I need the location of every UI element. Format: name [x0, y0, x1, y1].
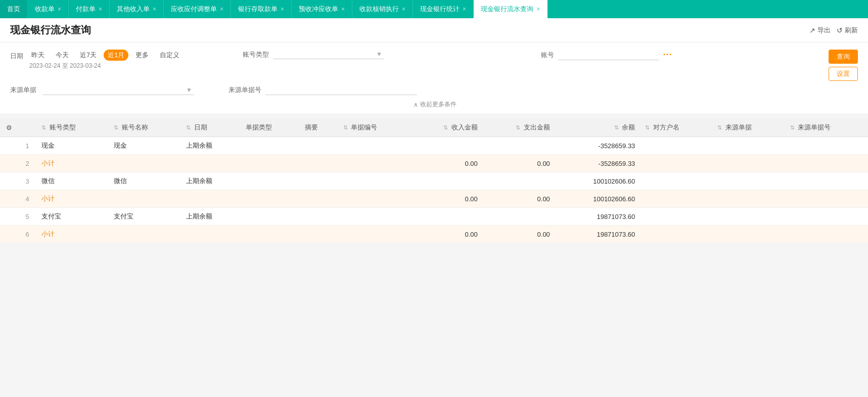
- column-income[interactable]: ⇅ 收入金额: [410, 118, 483, 137]
- column-gear[interactable]: ⚙: [0, 118, 18, 137]
- column-account-name[interactable]: ⇅ 账号名称: [109, 118, 181, 137]
- row-gear-cell: [0, 172, 18, 190]
- row-balance: 100102606.60: [555, 172, 640, 190]
- column-balance[interactable]: ⇅ 余额: [555, 118, 640, 137]
- source-doc-select[interactable]: ▼: [42, 85, 194, 95]
- date-btn-more[interactable]: 更多: [131, 50, 153, 61]
- account-type-select[interactable]: ▼: [273, 50, 384, 59]
- table-header-row: ⚙ ⇅ 账号类型 ⇅ 账号名称 ⇅ 日期 单据类型: [0, 118, 868, 137]
- close-other-income-icon[interactable]: ×: [153, 6, 156, 13]
- nav-tab-bank-deposit[interactable]: 银行存取款单 ×: [231, 0, 292, 18]
- column-source-doc[interactable]: ⇅ 来源单据: [712, 118, 785, 137]
- row-source-doc-no: [785, 226, 868, 243]
- column-expense[interactable]: ⇅ 支出金额: [483, 118, 555, 137]
- close-bank-deposit-icon[interactable]: ×: [281, 6, 284, 13]
- account-no-label: 账号: [541, 51, 554, 60]
- column-counterparty-label: 对方户名: [653, 123, 679, 131]
- date-btn-yesterday[interactable]: 昨天: [27, 50, 49, 61]
- header-actions: ↗ 导出 ↺ 刷新: [809, 26, 858, 35]
- export-icon: ↗: [809, 26, 815, 34]
- row-doc-no: [338, 226, 410, 243]
- sort-account-name-icon: ⇅: [114, 124, 118, 130]
- data-table: ⚙ ⇅ 账号类型 ⇅ 账号名称 ⇅ 日期 单据类型: [0, 118, 868, 243]
- column-date[interactable]: ⇅ 日期: [181, 118, 241, 137]
- column-doc-no-label: 单据编号: [351, 123, 377, 131]
- column-doc-type-label: 单据类型: [246, 123, 272, 131]
- row-date: 上期余额: [181, 137, 241, 155]
- close-flow-query-icon[interactable]: ×: [536, 6, 540, 13]
- date-btn-7days[interactable]: 近7天: [76, 50, 101, 61]
- export-button[interactable]: ↗ 导出: [809, 26, 831, 35]
- row-source-doc-no: [785, 137, 868, 155]
- column-account-type[interactable]: ⇅ 账号类型: [36, 118, 109, 137]
- row-source-doc: [712, 172, 785, 190]
- close-stats-icon[interactable]: ×: [463, 6, 466, 13]
- row-summary: [300, 190, 338, 208]
- nav-tab-adjustment[interactable]: 应收应付调整单 ×: [164, 0, 231, 18]
- column-expense-label: 支出金额: [524, 123, 550, 131]
- filter-area: 日期 昨天 今天 近7天 近1月 更多 自定义 2023-02-24 至 202…: [0, 42, 868, 114]
- row-gear-cell: [0, 137, 18, 155]
- sort-account-type-icon: ⇅: [41, 124, 46, 130]
- row-summary: [300, 155, 338, 172]
- nav-tab-prepaid-label: 预收冲应收单: [299, 5, 338, 14]
- source-doc-no-input[interactable]: [265, 85, 417, 95]
- export-label: 导出: [817, 26, 831, 35]
- nav-tab-payment-label: 付款单: [76, 5, 96, 14]
- nav-tab-home[interactable]: 首页: [0, 0, 28, 18]
- column-counterparty[interactable]: ⇅ 对方户名: [640, 118, 712, 137]
- row-account-name: 支付宝: [109, 208, 181, 226]
- table-row: 2 小计 0.00 0.00 -3528659.33: [0, 155, 868, 172]
- close-receipt-icon[interactable]: ×: [58, 6, 61, 13]
- row-source-doc-no: [785, 155, 868, 172]
- nav-tab-prepaid[interactable]: 预收冲应收单 ×: [292, 0, 352, 18]
- collapse-label: 收起更多条件: [420, 100, 456, 109]
- close-writeoff-icon[interactable]: ×: [402, 6, 405, 13]
- nav-tab-flow-query[interactable]: 现金银行流水查询 ×: [474, 0, 547, 18]
- close-prepaid-icon[interactable]: ×: [341, 6, 345, 13]
- close-payment-icon[interactable]: ×: [99, 6, 102, 13]
- row-account-type: 现金: [36, 137, 109, 155]
- nav-tab-payment[interactable]: 付款单 ×: [69, 0, 110, 18]
- settings-button[interactable]: 设置: [829, 67, 858, 81]
- refresh-button[interactable]: ↺ 刷新: [837, 26, 858, 35]
- table-row: 6 小计 0.00 0.00 19871073.60: [0, 226, 868, 243]
- account-no-input[interactable]: [558, 50, 659, 60]
- column-account-type-label: 账号类型: [50, 123, 76, 131]
- row-account-name: [109, 190, 181, 208]
- date-btn-custom[interactable]: 自定义: [156, 50, 184, 61]
- row-date: 上期余额: [181, 208, 241, 226]
- account-no-dots-button[interactable]: ···: [663, 50, 672, 60]
- nav-tab-writeoff[interactable]: 收款核销执行 ×: [352, 0, 413, 18]
- row-account-name: [109, 155, 181, 172]
- row-income: 0.00: [410, 190, 483, 208]
- close-adjustment-icon[interactable]: ×: [220, 6, 223, 13]
- row-source-doc-no: [785, 208, 868, 226]
- row-doc-no: [338, 190, 410, 208]
- table-wrapper: ⚙ ⇅ 账号类型 ⇅ 账号名称 ⇅ 日期 单据类型: [0, 118, 868, 243]
- row-counterparty: [640, 208, 712, 226]
- nav-tab-receipt-label: 收款单: [35, 5, 55, 14]
- row-source-doc-no: [785, 190, 868, 208]
- row-income: [410, 137, 483, 155]
- nav-tab-stats[interactable]: 现金银行统计 ×: [413, 0, 474, 18]
- query-button[interactable]: 查询: [829, 50, 858, 64]
- column-source-doc-no[interactable]: ⇅ 来源单据号: [785, 118, 868, 137]
- table-row: 5 支付宝 支付宝 上期余额 19871073.60: [0, 208, 868, 226]
- table-row: 1 现金 现金 上期余额 -3528659.33: [0, 137, 868, 155]
- refresh-icon: ↺: [837, 26, 843, 34]
- row-doc-no: [338, 137, 410, 155]
- row-index: 1: [18, 137, 36, 155]
- date-btn-1month[interactable]: 近1月: [104, 50, 128, 61]
- refresh-label: 刷新: [845, 26, 858, 35]
- row-summary: [300, 137, 338, 155]
- collapse-bar[interactable]: ∧ 收起更多条件: [10, 98, 858, 109]
- nav-tab-other-income[interactable]: 其他收入单 ×: [110, 0, 164, 18]
- nav-tab-receipt[interactable]: 收款单 ×: [28, 0, 69, 18]
- nav-tab-other-income-label: 其他收入单: [117, 5, 150, 14]
- date-label: 日期: [10, 52, 23, 61]
- row-doc-type: [241, 137, 300, 155]
- column-doc-no[interactable]: ⇅ 单据编号: [338, 118, 410, 137]
- source-doc-no-label: 来源单据号: [229, 85, 261, 95]
- date-btn-today[interactable]: 今天: [52, 50, 73, 61]
